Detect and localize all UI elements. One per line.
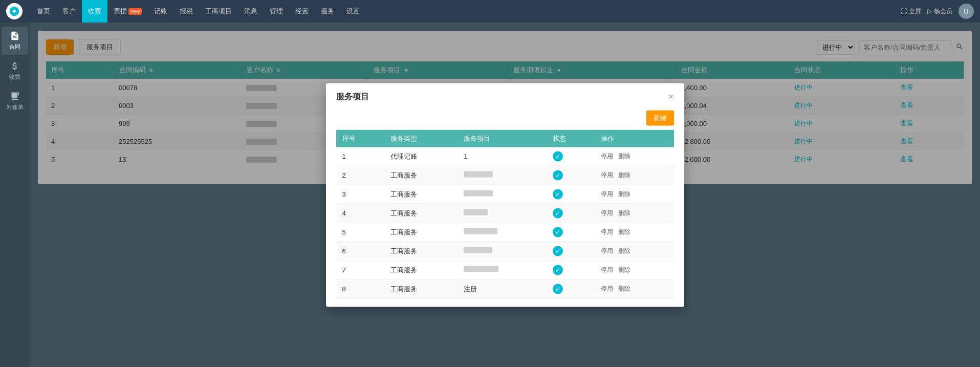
service-modal: 服务项目 × 新建 序号 服务类型 服务项目 状态 操作 [326,83,684,307]
modal-cell-item: 注册 [458,279,547,298]
modal-cell-action: 停用 删除 [595,223,673,242]
stop-button[interactable]: 停用 [601,228,613,235]
nav-invoice[interactable]: 票据 new [107,0,148,23]
modal-cell-seq: 3 [336,185,384,204]
modal-cell-item: 1 [458,147,547,166]
modal-header: 服务项目 × [326,83,684,106]
stop-button[interactable]: 停用 [601,171,613,179]
modal-cell-seq: 8 [336,279,384,298]
modal-cell-type: 代理记账 [384,147,458,166]
modal-cell-type: 工商服务 [384,279,458,298]
modal-cell-action: 停用 删除 [595,261,673,279]
delete-button[interactable]: 删除 [618,285,630,292]
list-item: 7 工商服务 ✓ 停用 删除 [336,261,674,279]
fullscreen-button[interactable]: ⛶ 全屏 [901,7,921,16]
modal-col-action: 操作 [595,129,673,147]
stop-button[interactable]: 停用 [601,285,613,292]
sidebar-label-contract: 合同 [9,43,20,51]
modal-cell-item [458,166,547,185]
modal-cell-type: 工商服务 [384,204,458,223]
top-nav: 首页 客户 收费 票据 new 记账 报税 工商项目 消息 管理 经营 服务 设… [0,0,980,23]
modal-cell-action: 停用 删除 [595,166,673,185]
sidebar-item-fee[interactable]: 收费 [2,57,28,85]
modal-cell-status: ✓ [547,261,595,279]
status-check-icon: ✓ [553,284,563,294]
avatar[interactable]: U [959,4,974,19]
nav-tax[interactable]: 报税 [173,0,199,23]
modal-cell-type: 工商服务 [384,166,458,185]
modal-col-type: 服务类型 [384,129,458,147]
modal-col-item: 服务项目 [458,129,547,147]
modal-cell-seq: 4 [336,204,384,223]
modal-cell-item [458,204,547,223]
modal-cell-action: 停用 删除 [595,279,673,298]
sidebar-item-statement[interactable]: 对账单 [2,87,28,115]
modal-new-button[interactable]: 新建 [646,110,674,125]
list-item: 4 工商服务 ✓ 停用 删除 [336,204,674,223]
modal-close-button[interactable]: × [668,92,674,101]
layout: 合同 收费 对账单 新增 服务项目 进行中 已结束 [0,23,980,367]
logo-icon[interactable] [6,3,23,19]
status-check-icon: ✓ [553,170,563,180]
nav-fee[interactable]: 收费 [82,0,107,23]
nav-manage[interactable]: 管理 [264,0,289,23]
main-area: 新增 服务项目 进行中 已结束 全部 [30,23,980,367]
nav-settings[interactable]: 设置 [340,0,366,23]
modal-cell-status: ✓ [547,242,595,261]
delete-button[interactable]: 删除 [618,153,630,160]
nav-customer[interactable]: 客户 [56,0,82,23]
nav-commerce[interactable]: 工商项目 [199,0,238,23]
stop-button[interactable]: 停用 [601,209,613,217]
list-item: 3 工商服务 ✓ 停用 删除 [336,185,674,204]
sidebar-item-contract[interactable]: 合同 [2,27,28,55]
modal-cell-action: 停用 删除 [595,242,673,261]
sidebar-label-fee: 收费 [9,73,20,81]
modal-cell-seq: 6 [336,242,384,261]
status-check-icon: ✓ [553,189,563,199]
delete-button[interactable]: 删除 [618,171,630,179]
modal-cell-status: ✓ [547,166,595,185]
modal-cell-type: 工商服务 [384,261,458,279]
stop-button[interactable]: 停用 [601,247,613,254]
member-button[interactable]: ▷ 畅会员 [927,7,952,16]
delete-button[interactable]: 删除 [618,247,630,254]
modal-cell-item [458,185,547,204]
nav-home[interactable]: 首页 [31,0,56,23]
modal-col-seq: 序号 [336,129,384,147]
fullscreen-icon: ⛶ [901,8,907,15]
stop-button[interactable]: 停用 [601,153,613,160]
status-check-icon: ✓ [553,208,563,218]
nav-bookkeeping[interactable]: 记账 [148,0,173,23]
nav-service[interactable]: 服务 [315,0,340,23]
delete-button[interactable]: 删除 [618,190,630,198]
nav-operation[interactable]: 经营 [289,0,315,23]
nav-message[interactable]: 消息 [238,0,264,23]
modal-col-status: 状态 [547,129,595,147]
modal-cell-item [458,261,547,279]
delete-button[interactable]: 删除 [618,228,630,235]
delete-button[interactable]: 删除 [618,266,630,273]
modal-cell-action: 停用 删除 [595,185,673,204]
modal-cell-seq: 7 [336,261,384,279]
modal-cell-item [458,242,547,261]
modal-cell-seq: 2 [336,166,384,185]
nav-right: ⛶ 全屏 ▷ 畅会员 U [901,4,974,19]
modal-title: 服务项目 [336,91,369,102]
modal-cell-status: ✓ [547,204,595,223]
stop-button[interactable]: 停用 [601,266,613,273]
modal-cell-seq: 1 [336,147,384,166]
modal-cell-item [458,223,547,242]
list-item: 1 代理记账 1 ✓ 停用 删除 [336,147,674,166]
new-badge: new [128,8,142,15]
sidebar-label-statement: 对账单 [7,103,24,111]
modal-toolbar: 新建 [326,106,684,129]
play-icon: ▷ [927,8,932,15]
modal-cell-status: ✓ [547,223,595,242]
delete-button[interactable]: 删除 [618,209,630,217]
status-check-icon: ✓ [553,151,563,161]
modal-cell-status: ✓ [547,147,595,166]
modal-cell-seq: 5 [336,223,384,242]
stop-button[interactable]: 停用 [601,190,613,198]
list-item: 5 工商服务 ✓ 停用 删除 [336,223,674,242]
status-check-icon: ✓ [553,227,563,237]
